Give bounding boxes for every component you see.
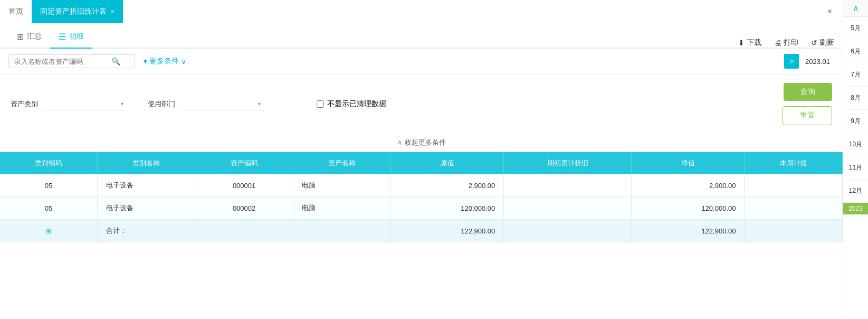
cell-current-depreciation bbox=[745, 197, 843, 220]
tab-summary-label: 汇总 bbox=[27, 32, 42, 41]
home-nav[interactable]: 首页 bbox=[8, 7, 32, 16]
collapse-icon: ∧ bbox=[397, 138, 403, 146]
table-header-row: 类别编码 类别名称 资产编码 资产名称 原值 期初累计折旧 净值 本期计提 bbox=[0, 152, 843, 174]
filter-row: 资产类别 使用部门 不显示已清理数据 bbox=[11, 83, 832, 125]
more-conditions-button[interactable]: ▾ 更多条件 ∨ bbox=[144, 57, 186, 66]
use-department-select[interactable] bbox=[179, 98, 264, 110]
sidebar-year-badge[interactable]: 2023 bbox=[843, 203, 868, 214]
download-button[interactable]: ⬇ 下载 bbox=[738, 38, 761, 48]
detail-tab-icon: ☰ bbox=[59, 32, 66, 42]
advanced-filter: 资产类别 使用部门 不显示已清理数据 bbox=[0, 74, 843, 152]
hide-cleared-field: 不显示已清理数据 bbox=[317, 99, 386, 109]
total-net-value: 122,900.00 bbox=[632, 220, 745, 242]
col-category-name: 类别名称 bbox=[97, 152, 195, 174]
collapse-bar[interactable]: ∧ 收起更多条件 bbox=[11, 134, 832, 152]
right-sidebar: ∧ 5月6月7月8月9月10月11月12月 2023 bbox=[843, 0, 868, 319]
col-asset-name: 资产名称 bbox=[293, 152, 390, 174]
cell-category-code: 05 bbox=[0, 174, 97, 197]
sidebar-month-item[interactable]: 6月 bbox=[843, 40, 868, 63]
search-input[interactable] bbox=[14, 58, 109, 65]
cell-asset-code: 000002 bbox=[195, 197, 293, 220]
total-original-value: 122,900.00 bbox=[391, 220, 504, 242]
sidebar-month-item[interactable]: 10月 bbox=[843, 133, 868, 156]
print-icon: 🖨 bbox=[774, 39, 781, 47]
sidebar-nav-up[interactable]: ∧ bbox=[843, 0, 868, 17]
filter-buttons: 查询 重置 bbox=[783, 83, 832, 125]
collapse-label: 收起更多条件 bbox=[405, 138, 446, 146]
use-department-select-wrap bbox=[179, 98, 264, 110]
date-nav-prev[interactable]: > bbox=[784, 54, 799, 69]
summary-tab-icon: ⊞ bbox=[17, 32, 24, 42]
more-conditions-label: 更多条件 bbox=[149, 57, 179, 66]
search-wrap: 🔍 bbox=[8, 54, 135, 68]
cell-category-code: 05 bbox=[0, 197, 97, 220]
total-label: 合计： bbox=[97, 220, 390, 242]
download-icon: ⬇ bbox=[738, 39, 745, 47]
col-accumulated-depreciation: 期初累计折旧 bbox=[504, 152, 632, 174]
table-row: 05 电子设备 000002 电脑 120,000.00 120,000.00 bbox=[0, 197, 843, 220]
cell-asset-name: 电脑 bbox=[293, 197, 390, 220]
reset-button[interactable]: 重置 bbox=[783, 106, 832, 125]
sidebar-month-item[interactable]: 5月 bbox=[843, 17, 868, 40]
download-label: 下载 bbox=[747, 38, 761, 48]
cell-net-value: 120,000.00 bbox=[632, 197, 745, 220]
tab-detail-label: 明细 bbox=[69, 32, 84, 41]
search-icon[interactable]: 🔍 bbox=[111, 57, 120, 65]
print-label: 打印 bbox=[784, 38, 798, 48]
table-total-row: ⊞ 合计： 122,900.00 122,900.00 bbox=[0, 220, 843, 242]
cell-category-name: 电子设备 bbox=[97, 174, 195, 197]
window-close-button[interactable]: × bbox=[817, 0, 843, 23]
cell-category-name: 电子设备 bbox=[97, 197, 195, 220]
cell-accumulated-depreciation bbox=[504, 197, 632, 220]
sidebar-month-item[interactable]: 11月 bbox=[843, 156, 868, 180]
col-net-value: 净值 bbox=[632, 152, 745, 174]
data-table: 类别编码 类别名称 资产编码 资产名称 原值 期初累计折旧 净值 本期计提 05… bbox=[0, 152, 843, 242]
cell-original-value: 120,000.00 bbox=[391, 197, 504, 220]
query-button[interactable]: 查询 bbox=[784, 83, 832, 101]
sidebar-month-item[interactable]: 9月 bbox=[843, 110, 868, 133]
table-row: 05 电子设备 000001 电脑 2,900.00 2,900.00 bbox=[0, 174, 843, 197]
filter-bar: 🔍 ▾ 更多条件 ∨ > 2023.01 bbox=[0, 49, 843, 74]
cell-current-depreciation bbox=[745, 174, 843, 197]
tab-bar: ⊞ 汇总 ☰ 明细 ⬇ 下载 🖨 打印 ↺ 刷新 bbox=[0, 23, 843, 49]
refresh-button[interactable]: ↺ 刷新 bbox=[811, 38, 834, 48]
tab-detail[interactable]: ☰ 明细 bbox=[50, 25, 92, 49]
total-accumulated-depreciation bbox=[504, 220, 632, 242]
hide-cleared-checkbox[interactable] bbox=[317, 100, 324, 108]
tab-summary[interactable]: ⊞ 汇总 bbox=[8, 25, 50, 49]
sidebar-month-item[interactable]: 7月 bbox=[843, 63, 868, 87]
hide-cleared-label: 不显示已清理数据 bbox=[327, 99, 386, 109]
cell-asset-code: 000001 bbox=[195, 174, 293, 197]
use-department-label: 使用部门 bbox=[148, 99, 175, 109]
total-icon-cell: ⊞ bbox=[0, 220, 97, 242]
chevron-down-icon: ∨ bbox=[181, 57, 186, 65]
cell-asset-name: 电脑 bbox=[293, 174, 390, 197]
refresh-icon: ↺ bbox=[811, 39, 817, 47]
sidebar-month-item[interactable]: 12月 bbox=[843, 180, 868, 203]
date-nav: > 2023.01 bbox=[784, 54, 834, 69]
col-asset-code: 资产编码 bbox=[195, 152, 293, 174]
total-current-depreciation bbox=[745, 220, 843, 242]
print-button[interactable]: 🖨 打印 bbox=[774, 38, 798, 48]
tab-title: 固定资产折旧统计表 bbox=[40, 7, 107, 16]
col-category-code: 类别编码 bbox=[0, 152, 97, 174]
tab-actions: ⬇ 下载 🖨 打印 ↺ 刷新 bbox=[738, 38, 834, 48]
asset-category-field: 资产类别 bbox=[11, 98, 127, 110]
top-nav: 首页 固定资产折旧统计表 × × bbox=[0, 0, 843, 23]
sidebar-month-item[interactable]: 8月 bbox=[843, 87, 868, 110]
sidebar-months: 5月6月7月8月9月10月11月12月 bbox=[843, 17, 868, 203]
asset-category-label: 资产类别 bbox=[11, 99, 38, 109]
date-label: 2023.01 bbox=[801, 58, 834, 65]
filter-icon: ▾ bbox=[144, 57, 147, 65]
col-current-depreciation: 本期计提 bbox=[745, 152, 843, 174]
table-area: 类别编码 类别名称 资产编码 资产名称 原值 期初累计折旧 净值 本期计提 05… bbox=[0, 152, 843, 319]
asset-category-select-wrap bbox=[42, 98, 127, 110]
refresh-label: 刷新 bbox=[819, 38, 834, 48]
tab-close-icon[interactable]: × bbox=[111, 8, 115, 15]
col-original-value: 原值 bbox=[391, 152, 504, 174]
active-tab[interactable]: 固定资产折旧统计表 × bbox=[32, 0, 123, 23]
asset-category-select[interactable] bbox=[42, 98, 127, 110]
cell-net-value: 2,900.00 bbox=[632, 174, 745, 197]
cell-accumulated-depreciation bbox=[504, 174, 632, 197]
total-icon: ⊞ bbox=[46, 228, 51, 235]
